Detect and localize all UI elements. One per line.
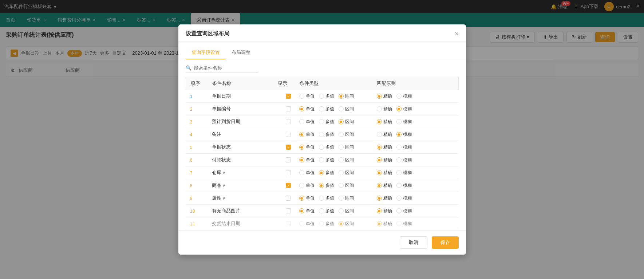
row-4-type-single[interactable]: 单值	[299, 131, 315, 138]
row-2-checkbox[interactable]	[286, 106, 291, 111]
row-2-match-exact[interactable]: 精确	[377, 106, 392, 112]
row-10-type-multi[interactable]: 多值	[319, 208, 334, 214]
tab-query-fields[interactable]: 查询字段设置	[186, 46, 226, 59]
row-7-checkbox[interactable]	[286, 170, 291, 175]
row-9-type-single[interactable]: 单值	[299, 195, 315, 201]
radio-range	[339, 208, 344, 213]
row-9-match-exact[interactable]: 精确	[377, 195, 392, 201]
modal-close-btn[interactable]: ×	[455, 31, 459, 37]
row-4-display[interactable]	[277, 132, 299, 137]
row-10-checkbox[interactable]	[286, 208, 291, 213]
row-1-match-exact[interactable]: 精确	[377, 93, 392, 99]
row-9-display[interactable]	[277, 196, 299, 201]
row-10-type-single[interactable]: 单值	[299, 208, 315, 214]
row-11-match-exact[interactable]: 精确	[377, 221, 392, 227]
cancel-btn[interactable]: 取消	[400, 236, 427, 249]
row-7-type-single[interactable]: 单值	[299, 170, 315, 176]
row-10-display[interactable]	[277, 208, 299, 213]
row-8-type-multi[interactable]: 多值	[319, 182, 334, 189]
row-6-display[interactable]	[277, 157, 299, 162]
row-10-match-exact[interactable]: 精确	[377, 208, 392, 214]
row-1-type-range[interactable]: 区间	[339, 93, 354, 99]
row-1-display[interactable]	[277, 94, 299, 99]
radio-fuzzy	[396, 157, 402, 162]
row-4-name: 备注	[212, 131, 277, 138]
row-1-type-multi[interactable]: 多值	[319, 93, 334, 99]
row-7-type-multi[interactable]: 多值	[319, 170, 334, 176]
row-5-match: 精确 模糊	[377, 144, 454, 150]
row-8-match-exact[interactable]: 精确	[377, 182, 392, 189]
row-3-display[interactable]	[277, 119, 299, 124]
row-4-match-fuzzy[interactable]: 模糊	[396, 131, 412, 138]
modal-footer: 取消 保存	[178, 230, 466, 255]
row-2-match-fuzzy[interactable]: 模糊	[396, 106, 412, 112]
row-3-checkbox[interactable]	[286, 119, 291, 124]
row-7-type-range[interactable]: 区间	[339, 170, 354, 176]
row-10-match: 精确 模糊	[377, 208, 454, 214]
row-11-match-fuzzy[interactable]: 模糊	[396, 221, 412, 227]
row-5-type-multi[interactable]: 多值	[319, 144, 334, 150]
row-9-type-multi[interactable]: 多值	[319, 195, 334, 201]
modal-overlay: 设置查询区域布局 × 查询字段设置 布局调整 🔍 顺序 条件名称	[0, 0, 644, 279]
row-1-match: 精确 模糊	[377, 93, 454, 99]
row-9-checkbox[interactable]	[286, 196, 291, 201]
row-4-type-multi[interactable]: 多值	[319, 131, 334, 138]
modal-search-area: 🔍	[178, 59, 466, 77]
row-9-type-range[interactable]: 区间	[339, 195, 354, 201]
row-7-display[interactable]	[277, 170, 299, 175]
row-3-match-exact[interactable]: 精确	[377, 119, 392, 125]
row-11-type-range[interactable]: 区间	[339, 221, 354, 227]
search-input[interactable]	[194, 65, 252, 71]
row-3-type-range[interactable]: 区间	[339, 119, 354, 125]
row-5-checkbox[interactable]	[286, 145, 291, 150]
row-10-type-range[interactable]: 区间	[339, 208, 354, 214]
row-11-type-single[interactable]: 单值	[299, 221, 315, 227]
row-7-match-exact[interactable]: 精确	[377, 170, 392, 176]
radio-range-selected	[339, 94, 344, 99]
row-11-display[interactable]	[277, 221, 299, 226]
row-3-type-single[interactable]: 单值	[299, 119, 315, 125]
row-5-type-single[interactable]: 单值	[299, 144, 315, 150]
row-6-checkbox[interactable]	[286, 157, 291, 162]
row-6-match-exact[interactable]: 精确	[377, 157, 392, 163]
row-6-type-multi[interactable]: 多值	[319, 157, 334, 163]
row-5-match-exact[interactable]: 精确	[377, 144, 392, 150]
radio-multi	[319, 94, 324, 99]
row-2-match: 精确 模糊	[377, 106, 454, 112]
row-5-match-fuzzy[interactable]: 模糊	[396, 144, 412, 150]
row-10-order: 10	[190, 208, 212, 214]
row-1-checkbox[interactable]	[286, 94, 291, 99]
save-btn[interactable]: 保存	[432, 236, 459, 249]
radio-range	[339, 145, 344, 150]
row-2-type-multi[interactable]: 多值	[319, 106, 334, 112]
tab-layout[interactable]: 布局调整	[226, 46, 256, 59]
row-11-checkbox[interactable]	[286, 221, 291, 226]
row-2-type-range[interactable]: 区间	[339, 106, 354, 112]
row-8-match-fuzzy[interactable]: 模糊	[396, 182, 412, 189]
row-1-match-fuzzy[interactable]: 模糊	[396, 93, 412, 99]
radio-multi	[319, 119, 324, 124]
row-4-match-exact[interactable]: 精确	[377, 131, 392, 138]
row-9-match-fuzzy[interactable]: 模糊	[396, 195, 412, 201]
row-3-type-multi[interactable]: 多值	[319, 119, 334, 125]
row-11-type-multi[interactable]: 多值	[319, 221, 334, 227]
row-8-display[interactable]	[277, 183, 299, 188]
row-3-match-fuzzy[interactable]: 模糊	[396, 119, 412, 125]
row-5-type-range[interactable]: 区间	[339, 144, 354, 150]
row-7-match-fuzzy[interactable]: 模糊	[396, 170, 412, 176]
row-11-match: 精确 模糊	[377, 221, 454, 227]
row-1-type-single[interactable]: 单值	[299, 93, 315, 99]
row-4-type-range[interactable]: 区间	[339, 131, 354, 138]
row-2-type-single[interactable]: 单值	[299, 106, 315, 112]
row-2-display[interactable]	[277, 106, 299, 111]
radio-fuzzy-sel	[396, 106, 402, 111]
row-6-match-fuzzy[interactable]: 模糊	[396, 157, 412, 163]
row-10-match-fuzzy[interactable]: 模糊	[396, 208, 412, 214]
row-8-checkbox[interactable]	[286, 183, 291, 188]
row-8-type-single[interactable]: 单值	[299, 182, 315, 189]
row-6-type-single[interactable]: 单值	[299, 157, 315, 163]
row-5-display[interactable]	[277, 145, 299, 150]
row-6-type-range[interactable]: 区间	[339, 157, 354, 163]
row-8-type-range[interactable]: 区间	[339, 182, 354, 189]
row-4-checkbox[interactable]	[286, 132, 291, 137]
